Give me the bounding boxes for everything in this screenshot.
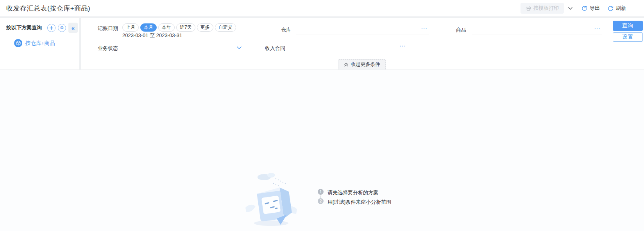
warehouse-field: ···: [296, 25, 429, 34]
income-contract-filter-label: 收入合同: [265, 45, 285, 52]
date-filter-label: 记账日期: [98, 25, 118, 32]
product-field: ···: [472, 25, 602, 34]
step-2-text: 用[过滤]条件来缩小分析范围: [327, 199, 391, 206]
warehouse-more-icon[interactable]: ···: [420, 26, 429, 30]
export-label: 导出: [590, 5, 600, 12]
refresh-button[interactable]: 刷新: [608, 5, 626, 12]
income-contract-more-icon[interactable]: ···: [399, 44, 407, 48]
date-quick-options: 上月 本月 本年 近7天 更多 自定义: [122, 23, 236, 32]
filter-panel: 记账日期 上月 本月 本年 近7天 更多 自定义 2023-03-01 至 20…: [81, 18, 644, 69]
header: 收发存汇总表(按仓库+商品) 按模板打印 导出: [0, 0, 644, 16]
biz-status-chevron-down-icon[interactable]: [236, 46, 242, 50]
biz-status-filter-label: 业务状态: [98, 45, 118, 52]
sidebar: 按以下方案查询 + ⚙ « 按仓库+商品: [0, 18, 79, 69]
product-more-icon[interactable]: ···: [593, 26, 602, 30]
content-area: 1 请先选择要分析的方案 2 用[过滤]条件来缩小分析范围: [0, 70, 644, 231]
export-button[interactable]: 导出: [581, 5, 600, 12]
add-scheme-button[interactable]: +: [47, 24, 55, 32]
export-icon: [581, 5, 587, 11]
warehouse-filter-label: 仓库: [281, 27, 291, 34]
step-1-badge: 1: [318, 189, 324, 195]
sidebar-title: 按以下方案查询: [6, 24, 42, 31]
product-input[interactable]: [472, 26, 593, 33]
date-option-custom[interactable]: 自定义: [215, 23, 236, 32]
printer-icon: [526, 5, 531, 11]
page-title: 收发存汇总表(按仓库+商品): [6, 4, 90, 13]
date-option-this-month[interactable]: 本月: [140, 23, 157, 32]
empty-state: 1 请先选择要分析的方案 2 用[过滤]条件来缩小分析范围: [238, 169, 410, 231]
date-option-last-7-days[interactable]: 近7天: [176, 23, 195, 32]
gear-icon: ⚙: [60, 25, 64, 30]
product-filter-label: 商品: [456, 27, 466, 34]
refresh-label: 刷新: [616, 5, 626, 12]
date-option-this-year[interactable]: 本年: [158, 23, 175, 32]
refresh-icon: [608, 5, 614, 11]
print-group: 按模板打印: [521, 3, 574, 14]
biz-status-select[interactable]: [120, 44, 236, 51]
sidebar-tools: + ⚙ «: [47, 23, 78, 33]
sidebar-item-scheme[interactable]: 按仓库+商品: [14, 39, 79, 47]
income-contract-input[interactable]: [288, 44, 399, 51]
double-chevron-up-icon: [344, 62, 349, 67]
sidebar-head: 按以下方案查询 + ⚙ «: [0, 18, 79, 33]
double-chevron-left-icon: «: [72, 25, 75, 31]
date-option-more[interactable]: 更多: [197, 23, 213, 32]
collapse-conditions-label: 收起更多条件: [351, 61, 380, 68]
biz-status-field: [120, 43, 242, 52]
date-range-text[interactable]: 2023-03-01 至 2023-03-31: [122, 32, 182, 39]
collapse-conditions-tab[interactable]: 收起更多条件: [338, 59, 386, 69]
warehouse-input[interactable]: [296, 26, 420, 33]
settings-button[interactable]: 设置: [613, 32, 643, 42]
query-button[interactable]: 查询: [613, 21, 643, 31]
income-contract-field: ···: [288, 43, 407, 52]
print-by-template-button[interactable]: 按模板打印: [521, 3, 564, 14]
header-actions: 按模板打印 导出 刷新: [521, 3, 626, 13]
date-option-last-month[interactable]: 上月: [122, 23, 139, 32]
scheme-settings-gear-button[interactable]: ⚙: [58, 24, 66, 32]
empty-cube-illustration: [238, 169, 305, 229]
collapse-sidebar-button[interactable]: «: [68, 23, 78, 33]
sidebar-item-label: 按仓库+商品: [25, 40, 55, 47]
print-by-template-label: 按模板打印: [533, 5, 559, 12]
print-dropdown-chevron-icon[interactable]: [567, 7, 574, 10]
step-1-text: 请先选择要分析的方案: [327, 189, 378, 196]
app-root: 收发存汇总表(按仓库+商品) 按模板打印 导出: [0, 0, 644, 231]
cube-scheme-icon: [14, 39, 22, 47]
step-2-badge: 2: [318, 198, 324, 204]
